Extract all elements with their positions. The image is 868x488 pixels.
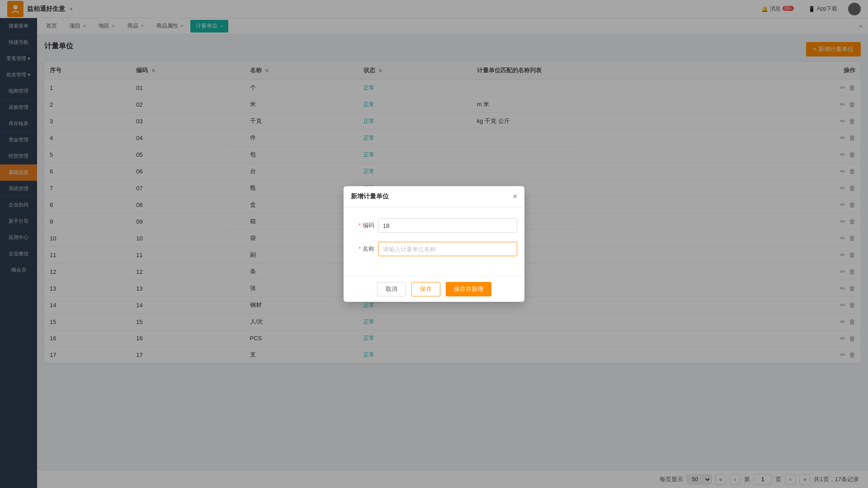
modal-footer: 取消 保存 保存并新增 [344, 276, 524, 302]
save-new-button[interactable]: 保存并新增 [446, 282, 491, 296]
modal-body: * 编码 * 名称 [344, 207, 524, 276]
name-required-star: * [359, 245, 363, 252]
modal-overlay: 新增计量单位 × * 编码 * 名称 取消 保存 保存并新增 [0, 0, 868, 488]
save-button[interactable]: 保存 [411, 282, 440, 296]
add-unit-modal: 新增计量单位 × * 编码 * 名称 取消 保存 保存并新增 [344, 186, 524, 302]
name-label: * 名称 [351, 245, 378, 253]
code-label: * 编码 [351, 221, 378, 230]
modal-close-btn[interactable]: × [513, 192, 517, 201]
code-input[interactable] [378, 218, 517, 233]
modal-title: 新增计量单位 [351, 192, 389, 201]
code-required-star: * [359, 222, 363, 229]
name-input[interactable] [378, 242, 517, 256]
modal-header: 新增计量单位 × [344, 186, 524, 207]
cancel-button[interactable]: 取消 [377, 282, 406, 296]
form-row-code: * 编码 [351, 218, 517, 233]
form-row-name: * 名称 [351, 242, 517, 256]
